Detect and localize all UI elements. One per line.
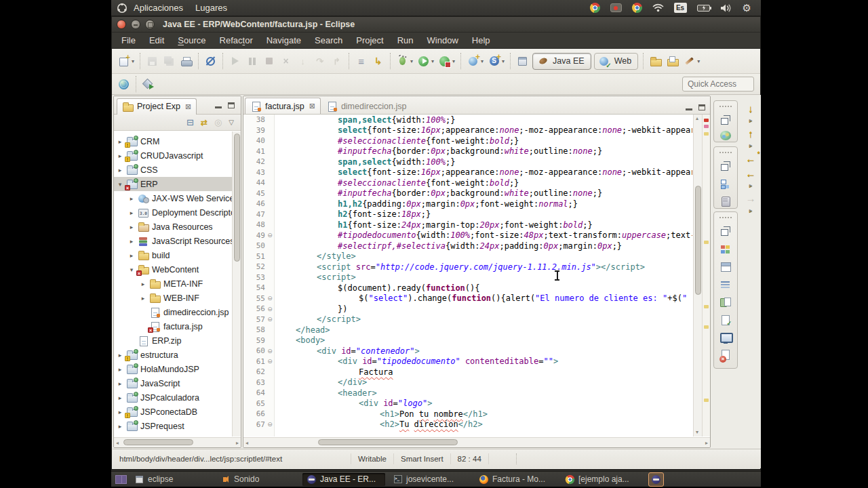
tree-item-crm[interactable]: ▸!CRM [114, 134, 241, 148]
run-to-line-button[interactable] [370, 54, 386, 69]
tree-expand-arrow-icon[interactable]: ▸ [128, 224, 135, 230]
editor-tab-factura-jsp[interactable]: factura.jsp⊠ [245, 98, 321, 114]
minimize-editor-icon[interactable] [686, 108, 692, 110]
close-tab-icon[interactable]: ⊠ [309, 102, 315, 110]
link-with-editor-icon[interactable]: ⇄ [201, 118, 208, 127]
tree-item-meta-inf[interactable]: ▸META-INF [114, 277, 241, 291]
editor-tab-dimedireccion-jsp[interactable]: dimedireccion.jsp [321, 98, 412, 114]
annotate-button[interactable]: ▾ [682, 54, 701, 69]
tree-item-css[interactable]: ▸CSS [114, 163, 241, 177]
dropdown-arrow-icon[interactable]: ▾ [410, 58, 413, 64]
skip-all-breakpoints-button[interactable] [203, 54, 218, 69]
tree-item-jsprequest[interactable]: ▸JSPrequest [114, 419, 241, 433]
servers-icon[interactable] [719, 129, 732, 142]
tree-expand-arrow-icon[interactable]: ▸ [117, 423, 123, 430]
tree-expand-arrow-icon[interactable]: ▸ [117, 152, 123, 159]
step-return-button[interactable] [329, 54, 344, 69]
tree-expand-arrow-icon[interactable]: ▸ [128, 238, 135, 245]
maximize-view-icon[interactable] [228, 102, 235, 108]
open-perspective-button[interactable] [515, 54, 530, 69]
web-browser-button[interactable] [116, 77, 132, 92]
dropdown-arrow-icon[interactable]: ▸ [749, 143, 752, 148]
errlog-icon[interactable] [719, 348, 732, 362]
editor-vertical-scrollbar[interactable]: ▴▾ [693, 115, 702, 436]
warn-annotation-mark[interactable] [704, 305, 709, 308]
perspective-web-button[interactable]: Web [594, 53, 638, 70]
tree-expand-arrow-icon[interactable]: ▸ [117, 380, 123, 387]
fold-marker-icon[interactable]: ⊖ [265, 306, 275, 312]
tasks-icon[interactable] [719, 313, 732, 327]
new-service-wizard-button[interactable]: ▾ [486, 54, 506, 69]
props-icon[interactable] [719, 278, 732, 291]
fold-marker-icon[interactable]: ⊖ [265, 295, 275, 302]
menu-run[interactable]: Run [391, 33, 420, 48]
snippets-icon[interactable] [719, 195, 732, 208]
save-all-button[interactable] [161, 54, 177, 69]
taskbar-item-window[interactable]: eclipse [130, 473, 213, 486]
restore-icon[interactable] [719, 160, 732, 174]
minimize-button[interactable] [131, 20, 140, 29]
eclipse-launcher-notification[interactable] [648, 472, 664, 487]
tree-expand-arrow-icon[interactable]: ▸ [117, 394, 123, 401]
tree-item-webcontent[interactable]: ▾×WebContent [114, 262, 241, 277]
menu-project[interactable]: Project [349, 33, 390, 48]
tree-item-erp-zip[interactable]: ERP.zip [114, 333, 241, 348]
resume-button[interactable] [227, 54, 243, 69]
tree-item-jax-ws-web-services[interactable]: ▸JAX-WS Web Services [114, 191, 241, 205]
tree-expand-arrow-icon[interactable]: ▸ [117, 167, 123, 174]
dropdown-arrow-icon[interactable]: ▸ [749, 183, 752, 188]
tree-expand-arrow-icon[interactable]: ▸ [117, 409, 123, 415]
volume-icon[interactable] [720, 2, 732, 14]
menu-source[interactable]: Source [171, 33, 212, 48]
chrome-icon[interactable] [632, 2, 642, 14]
coverage-button[interactable]: ▾ [437, 54, 456, 69]
menu-navigate[interactable]: Navigate [260, 33, 308, 48]
tab-project-explorer[interactable]: Project Exp ⊠ [117, 98, 197, 115]
workspace-switcher[interactable] [115, 475, 127, 484]
minimize-view-icon[interactable] [215, 106, 222, 108]
import-folder-button[interactable] [665, 54, 680, 69]
taskbar-item-chrome[interactable]: [ejemplo aja... [561, 473, 644, 486]
dropdown-arrow-icon[interactable]: ▾ [502, 58, 505, 64]
chrome-icon[interactable] [590, 2, 600, 14]
warn-annotation-mark[interactable] [704, 241, 709, 244]
close-tab-icon[interactable]: ⊠ [185, 102, 191, 111]
next-annotation-button[interactable]: ↓ [748, 103, 753, 113]
taskbar-item-eclipse[interactable]: Java EE - ER... [302, 473, 385, 486]
tree-expand-arrow-icon[interactable]: ▸ [140, 295, 146, 302]
fold-marker-icon[interactable]: ⊖ [265, 421, 275, 428]
new-web-wizard-button[interactable]: ▾ [465, 54, 485, 69]
taskbar-item-sound[interactable]: Sonido [216, 473, 299, 486]
tree-item-web-inf[interactable]: ▸WEB-INF [114, 291, 241, 305]
tree-item-deployment-descriptor-erp[interactable]: ▸Deployment Descriptor: ERP [114, 205, 241, 220]
menu-window[interactable]: Window [420, 33, 465, 48]
dropdown-arrow-icon[interactable]: ▸ [749, 208, 752, 214]
preview-icon[interactable] [719, 260, 732, 274]
warn-annotation-mark[interactable] [704, 325, 709, 329]
dropdown-arrow-icon[interactable]: ▾ [132, 58, 134, 64]
battery-icon[interactable] [697, 2, 710, 14]
taskbar-item-terminal[interactable]: josevicente... [389, 473, 471, 486]
tree-item-crudjavascript[interactable]: ▸!CRUDJavascript [114, 148, 241, 163]
warn-annotation-mark[interactable] [704, 132, 709, 136]
save-button[interactable] [144, 54, 160, 69]
tree-expand-arrow-icon[interactable]: ▸ [128, 209, 135, 216]
menu-aplicaciones[interactable]: Aplicaciones [127, 0, 189, 16]
maximize-editor-icon[interactable] [698, 104, 705, 110]
warn-annotation-mark[interactable] [704, 399, 709, 402]
tree-expand-arrow-icon[interactable]: ▾ [117, 181, 123, 188]
quick-access-input[interactable] [682, 77, 754, 92]
editor-horizontal-scrollbar[interactable]: ◂▸ [243, 437, 710, 447]
explorer-horizontal-scrollbar[interactable]: ◂▸ [114, 437, 241, 447]
dropdown-arrow-icon[interactable]: ▸ [749, 118, 752, 123]
collapse-all-icon[interactable]: ⊟ [186, 117, 194, 127]
tree-item-jspcalculadora[interactable]: ▸JSPcalculadora [114, 390, 241, 405]
menu-refactor[interactable]: Refactor [213, 33, 260, 48]
fold-marker-icon[interactable]: ⊖ [265, 232, 275, 239]
taskbar-item-firefox[interactable]: Factura - Mo... [475, 473, 557, 486]
history-icon[interactable] [719, 296, 732, 309]
mark-occurrences-button[interactable] [353, 54, 369, 69]
dropdown-arrow-icon[interactable]: ▾ [481, 58, 484, 64]
outline-icon[interactable] [719, 178, 732, 191]
fold-marker-icon[interactable]: ⊖ [265, 316, 275, 323]
